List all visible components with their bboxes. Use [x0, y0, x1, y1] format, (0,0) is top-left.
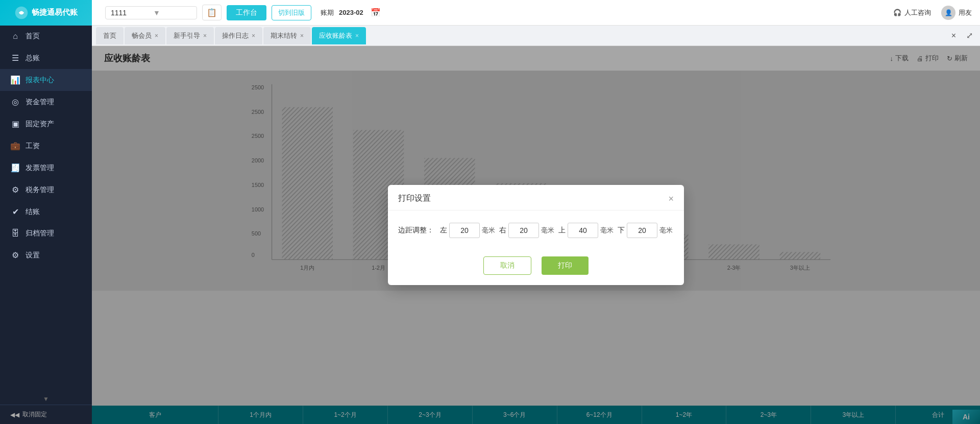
sidebar-item-label: 归档管理	[26, 229, 54, 238]
tab-close-oplog[interactable]: ×	[252, 32, 255, 39]
calendar-button[interactable]: 📋	[202, 5, 222, 20]
bottom-unit-label: 毫米	[659, 226, 673, 235]
modal-close-button[interactable]: ×	[668, 194, 674, 203]
tabs-bar: 首页 畅会员 × 新手引导 × 操作日志 × 期末结转 ×	[92, 26, 980, 46]
logo: 畅捷通易代账	[0, 0, 92, 26]
tab-label: 操作日志	[222, 31, 249, 40]
main-layout: ⌂ 首页 ☰ 总账 📊 报表中心 ◎ 资金管理 ▣ 固定资产	[0, 26, 980, 424]
sidebar-item-label: 首页	[26, 32, 40, 41]
company-name: 1111	[111, 9, 149, 17]
margin-top-group: 上 毫米	[558, 223, 614, 238]
sidebar-item-funds[interactable]: ◎ 资金管理	[0, 91, 92, 113]
closing-icon: ✔	[10, 207, 20, 217]
modal-footer: 取消 打印	[388, 250, 684, 285]
tab-close-member[interactable]: ×	[155, 32, 158, 39]
sidebar: ⌂ 首页 ☰ 总账 📊 报表中心 ◎ 资金管理 ▣ 固定资产	[0, 26, 92, 424]
sidebar-item-ledger[interactable]: ☰ 总账	[0, 47, 92, 69]
sidebar-item-label: 报表中心	[26, 76, 54, 85]
sidebar-item-archive[interactable]: 🗄 归档管理	[0, 223, 92, 244]
user-area[interactable]: 👤 用友	[941, 6, 972, 20]
right-unit-label: 毫米	[541, 226, 554, 235]
tab-close-all-button[interactable]: ×	[948, 30, 959, 41]
sidebar-item-label: 设置	[26, 251, 40, 260]
sidebar-item-label: 固定资产	[26, 120, 54, 129]
sidebar-item-label: 总账	[26, 54, 40, 63]
period-value: 2023-02	[339, 9, 363, 16]
period-label: 账期	[321, 8, 334, 17]
sidebar-item-invoice[interactable]: 🧾 发票管理	[0, 157, 92, 179]
ledger-icon: ☰	[10, 53, 20, 63]
sidebar-item-closing[interactable]: ✔ 结账	[0, 201, 92, 223]
archive-icon: 🗄	[10, 229, 20, 238]
sidebar-item-assets[interactable]: ▣ 固定资产	[0, 113, 92, 135]
sidebar-item-home[interactable]: ⌂ 首页	[0, 26, 92, 47]
sidebar-item-label: 结账	[26, 207, 40, 217]
headset-icon: 🎧	[893, 9, 901, 16]
sidebar-item-tax[interactable]: ⚙ 税务管理	[0, 179, 92, 201]
tax-icon: ⚙	[10, 185, 20, 195]
modal-body: 边距调整： 左 毫米 右 毫米	[388, 210, 684, 250]
assets-icon: ▣	[10, 119, 20, 129]
tab-member[interactable]: 畅会员 ×	[125, 27, 165, 44]
modal-header: 打印设置 ×	[388, 185, 684, 210]
reports-icon: 📊	[10, 75, 20, 85]
company-selector[interactable]: 1111 ▼	[105, 6, 197, 19]
modal-overlay: 打印设置 × 边距调整： 左 毫米	[92, 46, 980, 424]
left-direction-label: 左	[440, 226, 447, 235]
tab-close-ar[interactable]: ×	[355, 32, 359, 39]
top-header: 畅捷通易代账 1111 ▼ 📋 工作台 切到旧版 账期 2023-02 📅 🎧 …	[0, 0, 980, 26]
scroll-down-icon: ▼	[43, 395, 49, 403]
logo-text: 畅捷通易代账	[32, 8, 78, 17]
period-calendar-icon[interactable]: 📅	[371, 8, 381, 17]
consult-button[interactable]: 🎧 人工咨询	[893, 8, 931, 17]
margin-settings-row: 边距调整： 左 毫米 右 毫米	[398, 223, 674, 238]
tab-label: 新手引导	[174, 31, 200, 40]
sidebar-item-label: 工资	[26, 142, 40, 151]
print-settings-modal: 打印设置 × 边距调整： 左 毫米	[388, 185, 684, 285]
sidebar-item-settings[interactable]: ⚙ 设置	[0, 244, 92, 266]
modal-title: 打印设置	[398, 193, 431, 204]
confirm-print-button[interactable]: 打印	[542, 256, 589, 275]
tabs-right: × ⤢	[948, 30, 976, 41]
tab-ar-aging[interactable]: 应收账龄表 ×	[312, 27, 366, 44]
tab-label: 期末结转	[271, 31, 297, 40]
tab-home[interactable]: 首页	[96, 27, 124, 44]
margin-right-group: 右 毫米	[499, 223, 554, 238]
right-direction-label: 右	[499, 226, 506, 235]
tab-label: 畅会员	[132, 31, 152, 40]
avatar-icon: 👤	[945, 9, 952, 16]
margin-bottom-input[interactable]	[627, 223, 657, 238]
tab-label: 首页	[103, 31, 116, 40]
sidebar-collapse[interactable]: ◀◀ 取消固定	[0, 405, 92, 424]
settings-icon: ⚙	[10, 250, 20, 260]
page-content: 应收账龄表 ↓ 下载 🖨 打印 ↻ 刷新	[92, 46, 980, 424]
content-area: 首页 畅会员 × 新手引导 × 操作日志 × 期末结转 ×	[92, 26, 980, 424]
workbench-button[interactable]: 工作台	[227, 5, 266, 20]
scroll-indicator: ▼	[0, 393, 92, 405]
margin-top-input[interactable]	[568, 223, 598, 238]
sidebar-item-label: 发票管理	[26, 163, 54, 173]
sidebar-item-reports[interactable]: 📊 报表中心	[0, 69, 92, 91]
top-direction-label: 上	[558, 226, 566, 235]
margin-right-input[interactable]	[508, 223, 539, 238]
margin-label: 边距调整：	[398, 226, 434, 235]
margin-left-group: 左 毫米	[440, 223, 495, 238]
tab-guide[interactable]: 新手引导 ×	[166, 27, 214, 44]
sidebar-item-label: 税务管理	[26, 185, 54, 195]
tab-close-guide[interactable]: ×	[203, 32, 207, 39]
header-right: 🎧 人工咨询 👤 用友	[893, 6, 972, 20]
switch-old-button[interactable]: 切到旧版	[272, 5, 311, 20]
cancel-button[interactable]: 取消	[483, 256, 531, 275]
avatar: 👤	[941, 6, 955, 20]
chevron-down-icon: ▼	[153, 9, 191, 17]
tab-oplog[interactable]: 操作日志 ×	[215, 27, 262, 44]
tab-period-end[interactable]: 期末结转 ×	[263, 27, 311, 44]
home-icon: ⌂	[10, 32, 20, 41]
sidebar-item-salary[interactable]: 💼 工资	[0, 135, 92, 157]
salary-icon: 💼	[10, 141, 20, 151]
margin-left-input[interactable]	[449, 223, 480, 238]
pin-icon: ◀◀	[10, 411, 19, 418]
tab-expand-button[interactable]: ⤢	[963, 30, 976, 41]
margin-bottom-group: 下 毫米	[618, 223, 673, 238]
tab-close-period[interactable]: ×	[300, 32, 304, 39]
